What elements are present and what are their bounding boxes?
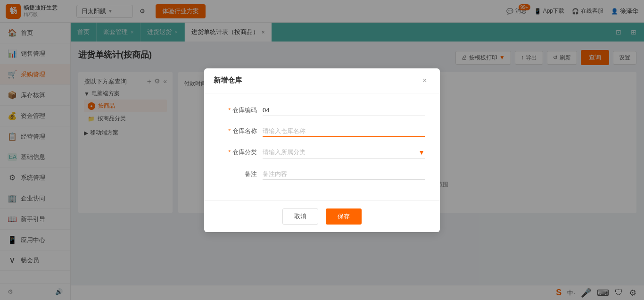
modal-body: 仓库编码 仓库名称 仓库分类 请输入所属分类 ▼ 备注 <box>204 93 440 200</box>
category-placeholder: 请输入所属分类 <box>263 148 305 157</box>
form-row-remark: 备注 <box>219 168 425 180</box>
modal-close-icon[interactable]: × <box>419 75 430 86</box>
form-row-code: 仓库编码 <box>219 105 425 116</box>
name-label: 仓库名称 <box>219 127 257 135</box>
code-input[interactable] <box>263 105 425 116</box>
name-input[interactable] <box>263 125 425 137</box>
form-row-category: 仓库分类 请输入所属分类 ▼ <box>219 146 425 159</box>
modal-title: 新增仓库 <box>214 76 242 85</box>
remark-label: 备注 <box>219 170 257 178</box>
modal-footer: 取消 保存 <box>204 200 440 232</box>
cancel-button[interactable]: 取消 <box>282 208 318 225</box>
save-button[interactable]: 保存 <box>326 208 362 225</box>
remark-input[interactable] <box>263 168 425 180</box>
new-warehouse-modal: 新增仓库 × 仓库编码 仓库名称 仓库分类 请输入所属分类 ▼ <box>204 68 440 232</box>
code-label: 仓库编码 <box>219 106 257 115</box>
category-label: 仓库分类 <box>219 148 257 157</box>
category-select[interactable]: 请输入所属分类 ▼ <box>263 146 425 159</box>
form-row-name: 仓库名称 <box>219 125 425 137</box>
modal-header: 新增仓库 × <box>204 68 440 93</box>
category-dropdown-arrow-icon: ▼ <box>418 149 425 156</box>
modal-overlay: 新增仓库 × 仓库编码 仓库名称 仓库分类 请输入所属分类 ▼ <box>0 0 644 300</box>
